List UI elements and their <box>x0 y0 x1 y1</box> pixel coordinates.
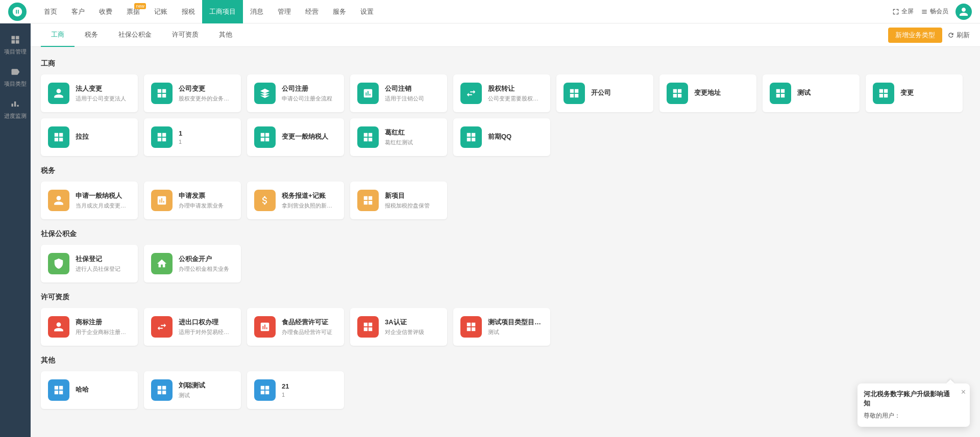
section-title-shebao: 社保公积金 <box>41 229 970 239</box>
card-test-type[interactable]: 测试项目类型目定义 测试 <box>453 308 550 346</box>
card-food-license[interactable]: 食品经营许可证 办理食品经营许可证 <box>247 308 344 346</box>
card-3a[interactable]: 3A认证 对企业信誉评级 <box>350 308 447 346</box>
card-name: 税务报道+记账 <box>282 191 337 200</box>
new-badge: new <box>134 3 146 9</box>
card-biangeng-納税[interactable]: 变更一般纳税人 <box>247 118 344 156</box>
nav-billing[interactable]: 收费 <box>92 0 119 23</box>
card-icon <box>48 316 69 338</box>
card-gongsi-zhuxiao[interactable]: 公司注销 适用于注销公司 <box>350 74 447 112</box>
card-icon <box>151 316 173 338</box>
notification-popup: × 河北税务数字账户升级影响通知 尊敬的用户： <box>857 383 970 427</box>
card-qianqiqq[interactable]: 前期QQ <box>453 118 550 156</box>
card-icon <box>357 126 379 148</box>
card-faren-biangeng[interactable]: 法人变更 适用于公司变更法人 <box>41 74 138 112</box>
card-icon <box>357 316 379 338</box>
sidebar-item-project-management[interactable]: 项目管理 <box>0 29 31 61</box>
card-guquan-zhuanrang[interactable]: 股权转让 公司变更需要股权转让 <box>453 74 550 112</box>
card-desc: 公司变更需要股权转让 <box>488 95 543 102</box>
card-gongjijin-kaihu[interactable]: 公积金开户 办理公积金相关业务 <box>144 245 241 282</box>
tab-gongshang[interactable]: 工商 <box>41 23 75 47</box>
card-desc: 适用于公司变更法人 <box>76 95 131 102</box>
nav-bookkeeping[interactable]: 记账 <box>147 0 175 23</box>
card-name: 哈哈 <box>76 385 131 394</box>
card-name: 公司注销 <box>385 84 440 93</box>
nav-tax[interactable]: 报税 <box>175 0 202 23</box>
tab-xuke[interactable]: 许可资质 <box>162 23 209 47</box>
avatar[interactable] <box>955 4 972 20</box>
card-shenqing-fapiao[interactable]: 申请发票 办理申请发票业务 <box>144 182 241 219</box>
notification-body: 尊敬的用户： <box>864 411 964 421</box>
card-import-export[interactable]: 进出口权办理 适用于对外贸易经营者 <box>144 308 241 346</box>
nav-ticket[interactable]: 票据 new <box>119 0 147 23</box>
card-name: 公积金开户 <box>179 254 234 264</box>
card-desc: 适用于注销公司 <box>385 95 440 102</box>
nav-message[interactable]: 消息 <box>243 0 271 23</box>
cards-grid-other: 哈哈 刘聪测试 测试 21 1 <box>41 371 970 409</box>
card-name: 变更地址 <box>694 88 749 97</box>
tab-shebao[interactable]: 社保公积金 <box>108 23 162 47</box>
card-haha[interactable]: 哈哈 <box>41 371 138 409</box>
card-icon <box>357 190 379 211</box>
chart-icon <box>9 98 21 110</box>
card-shebao-dengji[interactable]: 社保登记 进行人员社保登记 <box>41 245 138 282</box>
card-name: 食品经营许可证 <box>282 318 337 327</box>
card-gongsi-biangeng[interactable]: 公司变更 股权变更外的业务变更 <box>144 74 241 112</box>
card-one[interactable]: 1 1 <box>144 118 241 156</box>
nav-operation[interactable]: 经营 <box>298 0 326 23</box>
card-test1[interactable]: 测试 <box>763 74 860 112</box>
card-name: 股权转让 <box>488 84 543 93</box>
sidebar-item-progress-monitor[interactable]: 进度监测 <box>0 93 31 125</box>
card-name: 前期QQ <box>488 132 543 141</box>
card-icon <box>667 83 688 104</box>
nav-service[interactable]: 服务 <box>326 0 353 23</box>
nav-manage[interactable]: 管理 <box>271 0 298 23</box>
tabs-right: 新增业务类型 刷新 <box>888 28 970 43</box>
card-gehonghong[interactable]: 葛红红 葛红红测试 <box>350 118 447 156</box>
card-kai-gongsi[interactable]: 开公司 <box>556 74 653 112</box>
card-biangeng-dizhi[interactable]: 变更地址 <box>659 74 756 112</box>
card-desc: 测试 <box>179 392 234 399</box>
card-icon <box>770 83 791 104</box>
nav-customer[interactable]: 客户 <box>64 0 92 23</box>
fullscreen-button[interactable]: 全屏 <box>892 7 914 16</box>
card-desc: 办理申请发票业务 <box>179 202 234 210</box>
card-biangeng2[interactable]: 变更 <box>866 74 963 112</box>
tab-shuiwu[interactable]: 税务 <box>75 23 108 47</box>
card-icon <box>254 379 276 401</box>
tag-icon <box>9 66 21 78</box>
cards-grid-shebao: 社保登记 进行人员社保登记 公积金开户 办理公积金相关业务 <box>41 245 970 282</box>
card-name: 变更一般纳税人 <box>282 132 337 141</box>
tabs-bar: 工商 税务 社保公积金 许可资质 其他 新增业务类型 刷新 <box>31 23 980 47</box>
card-new-project[interactable]: 新项目 报税加税控盘保管 <box>350 182 447 219</box>
card-name: 开公司 <box>591 88 646 97</box>
tabs-left: 工商 税务 社保公积金 许可资质 其他 <box>41 23 242 47</box>
add-type-button[interactable]: 新增业务类型 <box>888 28 942 43</box>
sidebar-item-project-type[interactable]: 项目类型 <box>0 61 31 93</box>
card-lala[interactable]: 拉拉 <box>41 118 138 156</box>
card-name: 公司注册 <box>282 84 337 93</box>
nav-bizproject[interactable]: 工商项目 <box>202 0 243 23</box>
card-icon <box>460 126 482 148</box>
card-desc: 办理食品经营许可证 <box>282 328 337 336</box>
card-desc: 拿到营业执照的新公司 <box>282 202 337 210</box>
card-icon <box>357 83 379 104</box>
refresh-button[interactable]: 刷新 <box>947 31 970 40</box>
card-desc: 办理公积金相关业务 <box>179 265 234 273</box>
nav-home[interactable]: 首页 <box>37 0 64 23</box>
popup-close-button[interactable]: × <box>961 388 966 397</box>
card-liucong-test[interactable]: 刘聪测试 测试 <box>144 371 241 409</box>
tab-other[interactable]: 其他 <box>209 23 242 47</box>
card-name: 公司变更 <box>179 84 234 93</box>
nav-settings[interactable]: 设置 <box>353 0 381 23</box>
vip-button[interactable]: 畅会员 <box>921 7 948 16</box>
card-gongsi-zhuce[interactable]: 公司注册 申请公司注册全流程 <box>247 74 344 112</box>
section-title-xuke: 许可资质 <box>41 293 970 302</box>
card-name: 拉拉 <box>76 132 131 141</box>
card-icon <box>48 253 69 274</box>
card-name: 进出口权办理 <box>179 318 234 327</box>
card-shuiwu-jizhang[interactable]: 税务报道+记账 拿到营业执照的新公司 <box>247 182 344 219</box>
card-shenqing-納税[interactable]: 申请一般纳税人 当月或次月成变更完成 <box>41 182 138 219</box>
card-trademark[interactable]: 商标注册 用于企业商标注册服务 <box>41 308 138 346</box>
card-21[interactable]: 21 1 <box>247 371 344 409</box>
top-nav: 首页 客户 收费 票据 new 记账 报税 工商项目 消息 管理 经营 服务 设… <box>0 0 980 23</box>
